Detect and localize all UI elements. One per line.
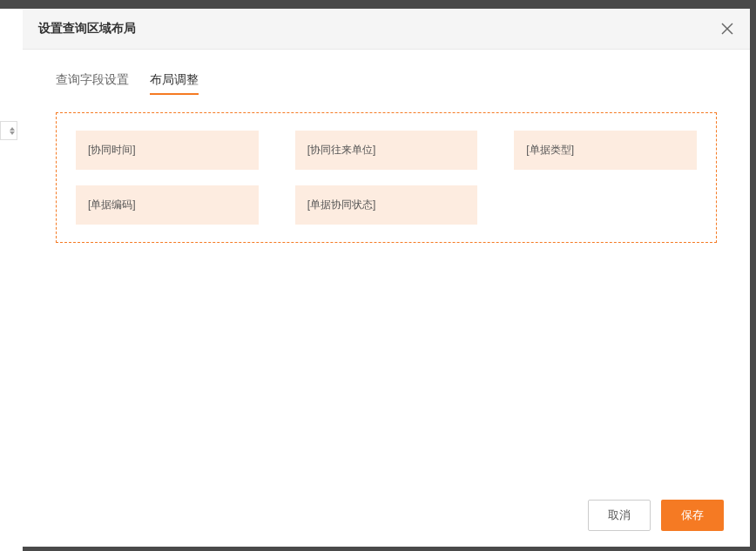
tabs: 查询字段设置 布局调整 — [56, 67, 717, 95]
tab-query-field-settings[interactable]: 查询字段设置 — [56, 67, 129, 95]
field-item-collab-time[interactable]: [协同时间] — [76, 131, 259, 170]
stepper-up-icon — [10, 127, 15, 131]
background-page-strip — [0, 9, 23, 551]
layout-settings-modal: 设置查询区域布局 查询字段设置 布局调整 [协同时间] [协同往来单位] [单据… — [23, 9, 750, 547]
modal-footer: 取消 保存 — [23, 487, 750, 547]
tab-layout-adjust[interactable]: 布局调整 — [150, 67, 199, 95]
field-item-collab-status[interactable]: [单据协同状态] — [295, 185, 478, 225]
stepper-down-icon — [10, 131, 15, 135]
field-item-collab-unit[interactable]: [协同往来单位] — [295, 131, 478, 170]
save-button[interactable]: 保存 — [661, 500, 724, 531]
close-icon[interactable] — [720, 22, 734, 36]
obscured-stepper-control — [0, 121, 17, 140]
layout-dropzone[interactable]: [协同时间] [协同往来单位] [单据类型] [单据编码] [单据协同状态] — [56, 112, 717, 243]
modal-body: 查询字段设置 布局调整 [协同时间] [协同往来单位] [单据类型] [单据编码… — [23, 50, 750, 487]
cancel-button[interactable]: 取消 — [588, 500, 651, 531]
modal-header: 设置查询区域布局 — [23, 9, 750, 50]
field-item-doc-code[interactable]: [单据编码] — [76, 185, 259, 225]
modal-title: 设置查询区域布局 — [38, 21, 136, 37]
field-item-doc-type[interactable]: [单据类型] — [514, 131, 697, 170]
